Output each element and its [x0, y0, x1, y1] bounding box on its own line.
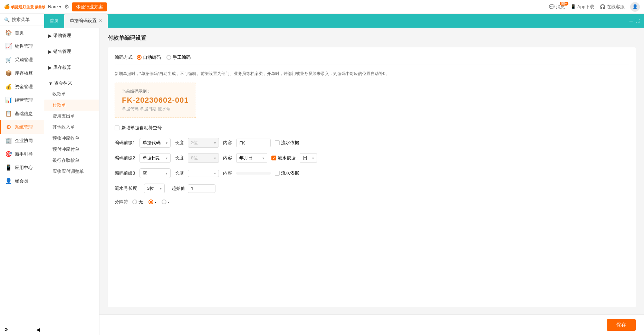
user-avatar[interactable]: 👤 — [630, 2, 640, 12]
settings-icon[interactable]: ⚙ — [64, 3, 69, 10]
expand-sales-icon: ▶ — [48, 49, 52, 54]
sidebar-item-bank[interactable]: 银行存取款单 — [44, 155, 99, 166]
group-sales: ▶ 销售管理 — [44, 44, 99, 59]
save-button[interactable]: 保存 — [607, 319, 636, 331]
sidebar-item-guide-label: 新手引导 — [15, 151, 33, 157]
sidebar-item-adjust[interactable]: 应收应付调整单 — [44, 166, 99, 177]
base-icon: 📋 — [5, 110, 12, 117]
prefix3-content-val — [236, 172, 271, 175]
prefix2-day-value: 日 — [303, 155, 307, 161]
sidebar: 🔍 搜索菜单 🏠 首页 📈 销售管理 🛒 采购管理 📦 库存核算 💰 — [0, 14, 44, 335]
tab-close-icon[interactable]: ✕ — [99, 18, 102, 23]
serial-start: 起始值 — [172, 184, 215, 193]
prefix1-chevron: ▾ — [166, 141, 167, 145]
search-menu[interactable]: 🔍 搜索菜单 — [0, 14, 44, 26]
sidebar-item-purchase[interactable]: 🛒 采购管理 — [0, 53, 44, 66]
auto-fill-row: 新增单据自动补空号 — [115, 125, 629, 131]
sidebar-item-operations[interactable]: 📊 经营管理 — [0, 93, 44, 107]
expand-purchase-icon: ▶ — [48, 33, 52, 38]
prefix3-row: 编码前缀3 空 ▾ 长度 ▾ 内容 — [115, 168, 629, 178]
prefix2-chevron: ▾ — [166, 156, 167, 160]
separator-dot-dot — [148, 199, 153, 204]
guide-icon: 🎯 — [5, 151, 12, 157]
serial-start-input[interactable] — [188, 184, 215, 193]
radio-auto-encode[interactable]: 自动编码 — [137, 54, 161, 61]
prefix1-select[interactable]: 单据代码 ▾ — [140, 138, 171, 148]
expand-inventory-icon: ▶ — [48, 65, 52, 70]
prefix1-length-select[interactable]: 2位 ▾ — [188, 138, 219, 148]
prefix2-length-select[interactable]: 8位 ▾ — [188, 153, 219, 163]
message-area[interactable]: 💬 消息 99+ — [549, 4, 565, 10]
sidebar-item-receipt[interactable]: 收款单 — [44, 89, 99, 100]
operations-icon: 📊 — [5, 97, 12, 103]
sidebar-nav: 🏠 首页 📈 销售管理 🛒 采购管理 📦 库存核算 💰 资金管理 📊 经 — [0, 26, 44, 324]
main-content: 付款单编码设置 编码方式 自动编码 — [99, 28, 644, 314]
group-inventory-title[interactable]: ▶ 库存核算 — [44, 62, 99, 73]
footer-settings-icon[interactable]: ⚙ — [4, 327, 8, 332]
trial-button[interactable]: 体验行业方案 — [72, 2, 107, 11]
separator-dot2[interactable]: · — [162, 199, 169, 205]
prefix3-serial-checkbox[interactable] — [275, 171, 280, 176]
prefix1-length-chevron: ▾ — [214, 141, 216, 145]
prefix2-day-select[interactable]: 日 ▾ — [300, 153, 317, 163]
group-purchase-title[interactable]: ▶ 采购管理 — [44, 30, 99, 41]
serial-start-label: 起始值 — [172, 185, 185, 192]
finance-icon: 💰 — [5, 83, 12, 90]
prefix1-row: 编码前缀1 单据代码 ▾ 长度 2位 ▾ 内容 — [115, 138, 629, 148]
sidebar-item-prepay-recv[interactable]: 预收冲应收单 — [44, 133, 99, 144]
separator-dot[interactable]: - — [148, 199, 156, 205]
prefix1-serial-label: 流水依据 — [281, 140, 299, 146]
group-capital: ▼ 资金往来 收款单 付款单 费用支出单 其他收入单 预收冲应收单 预付冲应付单… — [44, 75, 99, 180]
group-sales-title[interactable]: ▶ 销售管理 — [44, 46, 99, 57]
separator-none[interactable]: 无 — [132, 199, 143, 205]
prefix3-content-label: 内容 — [223, 170, 232, 176]
sidebar-item-payment[interactable]: 付款单 — [44, 100, 99, 111]
sidebar-item-expense[interactable]: 费用支出单 — [44, 111, 99, 122]
maximize-icon[interactable]: ⛶ — [635, 18, 640, 24]
sidebar-item-home[interactable]: 🏠 首页 — [0, 26, 44, 39]
sidebar-item-enterprise[interactable]: 🏢 企业协同 — [0, 134, 44, 147]
workspace-dropdown[interactable]: Nare ▾ — [48, 4, 61, 9]
member-icon: 👤 — [5, 178, 12, 184]
separator-dot-label: - — [155, 199, 156, 205]
prefix2-content-select[interactable]: 年月日 ▾ — [236, 153, 267, 163]
tab-home-label: 首页 — [50, 18, 59, 24]
prefix3-chevron: ▾ — [166, 171, 167, 175]
tab-home[interactable]: 首页 — [44, 14, 64, 28]
service-icon: 🎧 — [600, 4, 605, 9]
prefix3-select[interactable]: 空 ▾ — [140, 168, 171, 178]
auto-fill-checkbox[interactable] — [115, 125, 119, 130]
sidebar-item-inventory[interactable]: 📦 库存核算 — [0, 66, 44, 80]
prefix2-value: 单据日期 — [143, 155, 161, 161]
minimize-icon[interactable]: ─ — [629, 18, 633, 24]
prefix1-serial-checkbox[interactable] — [275, 140, 280, 145]
prefix2-select[interactable]: 单据日期 ▾ — [140, 153, 171, 163]
sidebar-item-prepay-pay[interactable]: 预付冲应付单 — [44, 144, 99, 155]
prefix3-value: 空 — [143, 170, 147, 176]
app-download[interactable]: 📱 App下载 — [570, 4, 594, 10]
group-capital-label: 资金往来 — [54, 80, 72, 86]
workspace-name: Nare — [48, 4, 58, 9]
sidebar-item-member[interactable]: 👤 畅会员 — [0, 174, 44, 188]
online-service[interactable]: 🎧 在线客服 — [600, 4, 625, 10]
radio-auto-dot — [137, 55, 142, 60]
sidebar-item-guide[interactable]: 🎯 新手引导 — [0, 147, 44, 161]
group-capital-title[interactable]: ▼ 资金往来 — [44, 78, 99, 89]
group-sales-label: 销售管理 — [53, 48, 71, 55]
radio-manual-encode[interactable]: 手工编码 — [166, 54, 191, 61]
separator-none-label: 无 — [138, 199, 143, 205]
group-inventory-label: 库存核算 — [53, 64, 71, 71]
tab-encode-settings[interactable]: 单据编码设置 ✕ — [64, 14, 108, 28]
sidebar-item-system[interactable]: ⚙ 系统管理 — [0, 120, 44, 134]
prefix2-serial-checkbox[interactable]: ✓ — [271, 156, 276, 160]
prefix3-length-select[interactable]: ▾ — [188, 170, 219, 177]
sidebar-item-base[interactable]: 📋 基础信息 — [0, 107, 44, 120]
serial-length-select[interactable]: 3位 ▾ — [144, 184, 165, 193]
sidebar-item-other-income[interactable]: 其他收入单 — [44, 122, 99, 133]
sidebar-item-apps[interactable]: 📱 应用中心 — [0, 161, 44, 174]
tab-bar-actions: ─ ⛶ — [625, 18, 644, 24]
sidebar-item-finance[interactable]: 💰 资金管理 — [0, 80, 44, 93]
prefix2-serial-label: 流水依据 — [278, 155, 296, 161]
footer-collapse-icon[interactable]: ◀ — [36, 327, 40, 332]
sidebar-item-sales[interactable]: 📈 销售管理 — [0, 39, 44, 53]
